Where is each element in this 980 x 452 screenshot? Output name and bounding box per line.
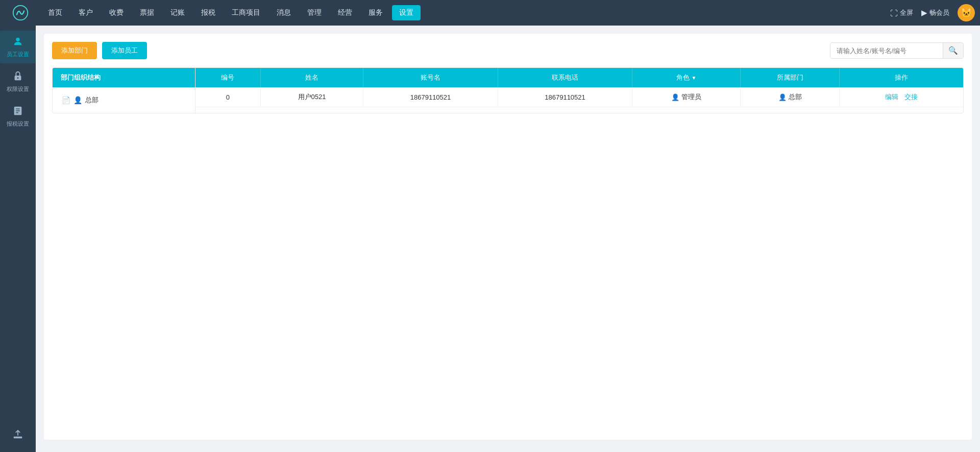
dept-item-name: 总部: [85, 96, 99, 105]
fullscreen-btn[interactable]: ⛶ 全屏: [890, 8, 913, 17]
dept-item-general[interactable]: 📄 👤 总部: [58, 92, 190, 108]
nav-item-service[interactable]: 服务: [361, 5, 390, 20]
sidebar-item-label-permission: 权限设置: [7, 85, 29, 93]
cell-name: 用户0521: [260, 87, 363, 107]
col-header-account: 账号名: [363, 68, 498, 87]
logo-icon: [11, 4, 30, 22]
sidebar: 员工设置 权限设置 报税设置: [0, 26, 36, 452]
vip-btn[interactable]: ▶ 畅会员: [921, 8, 949, 17]
search-area: 🔍: [830, 42, 964, 59]
emp-table: 编号 姓名 账号名 联系电话 角色 ▼ 所属部门 操作: [195, 68, 963, 107]
search-button[interactable]: 🔍: [943, 43, 963, 58]
nav-item-message[interactable]: 消息: [270, 5, 298, 20]
edit-button[interactable]: 编辑: [883, 92, 900, 102]
svg-rect-8: [14, 437, 22, 439]
taxsetting-icon: [12, 105, 23, 118]
logo[interactable]: [5, 4, 36, 22]
col-header-dept: 所属部门: [741, 68, 840, 87]
col-header-role: 角色 ▼: [632, 68, 741, 87]
cell-ops: 编辑 交接: [840, 87, 963, 107]
add-dept-button[interactable]: 添加部门: [52, 42, 97, 59]
sidebar-item-label-taxsetting: 报税设置: [7, 120, 29, 128]
transfer-button[interactable]: 交接: [902, 92, 920, 102]
content-card: 添加部门 添加员工 🔍 部门组织结构 📄 👤 总部: [44, 34, 972, 440]
role-label: 管理员: [681, 92, 701, 102]
sidebar-item-permission[interactable]: 权限设置: [0, 65, 36, 98]
fullscreen-label: 全屏: [900, 8, 913, 17]
avatar[interactable]: 🐱: [958, 4, 975, 21]
vip-label: 畅会员: [929, 8, 949, 17]
dept-user-icon: 👤: [74, 96, 82, 104]
cell-dept: 👤 总部: [741, 87, 840, 107]
vip-icon: ▶: [921, 8, 927, 17]
dept-label: 总部: [789, 92, 802, 102]
nav-items: 首页 客户 收费 票据 记账 报税 工商项目 消息 管理 经营 服务 设置: [41, 5, 890, 20]
nav-item-tax[interactable]: 报税: [194, 5, 223, 20]
col-header-name: 姓名: [260, 68, 363, 87]
table-row: 0 用户0521 18679110521 18679110521 👤 管理员 👤…: [195, 87, 963, 107]
sidebar-item-employee[interactable]: 员工设置: [0, 31, 36, 63]
svg-point-3: [17, 77, 19, 79]
dept-panel-header: 部门组织结构: [53, 68, 195, 87]
nav-item-manage[interactable]: 管理: [300, 5, 329, 20]
emp-panel: 编号 姓名 账号名 联系电话 角色 ▼ 所属部门 操作: [195, 68, 963, 113]
avatar-icon: 🐱: [961, 7, 972, 18]
employee-icon: [12, 36, 23, 49]
dept-icon: 👤: [778, 93, 787, 101]
cell-role: 👤 管理员: [632, 87, 741, 107]
table-header-row: 编号 姓名 账号名 联系电话 角色 ▼ 所属部门 操作: [195, 68, 963, 87]
sidebar-item-label-employee: 员工设置: [7, 51, 29, 58]
nav-item-operation[interactable]: 经营: [331, 5, 359, 20]
nav-item-ticket[interactable]: 票据: [133, 5, 161, 20]
two-col-layout: 部门组织结构 📄 👤 总部 编号 姓名 账号名: [52, 67, 964, 113]
search-icon: 🔍: [948, 46, 958, 55]
nav-item-fee[interactable]: 收费: [102, 5, 131, 20]
filter-icon: ▼: [692, 75, 697, 81]
cell-phone: 18679110521: [498, 87, 632, 107]
top-nav: 首页 客户 收费 票据 记账 报税 工商项目 消息 管理 经营 服务 设置 ⛶ …: [0, 0, 980, 26]
nav-item-client[interactable]: 客户: [71, 5, 100, 20]
search-input[interactable]: [830, 43, 943, 58]
nav-item-settings[interactable]: 设置: [392, 5, 421, 20]
col-header-phone: 联系电话: [498, 68, 632, 87]
cell-account: 18679110521: [363, 87, 498, 107]
nav-item-account[interactable]: 记账: [163, 5, 192, 20]
sidebar-item-taxtax[interactable]: 报税设置: [0, 100, 36, 133]
permission-icon: [12, 70, 23, 83]
toolbar: 添加部门 添加员工 🔍: [52, 42, 964, 59]
col-header-ops: 操作: [840, 68, 963, 87]
main-content: 添加部门 添加员工 🔍 部门组织结构 📄 👤 总部: [36, 26, 980, 452]
cell-id: 0: [195, 87, 260, 107]
upload-icon: [12, 429, 23, 442]
add-emp-button[interactable]: 添加员工: [102, 42, 147, 59]
dept-tree: 📄 👤 总部: [53, 87, 195, 113]
role-icon: 👤: [671, 93, 679, 101]
nav-item-home[interactable]: 首页: [41, 5, 69, 20]
dept-panel: 部门组织结构 📄 👤 总部: [53, 68, 195, 113]
fullscreen-icon: ⛶: [890, 9, 898, 17]
col-header-id: 编号: [195, 68, 260, 87]
file-icon: 📄: [62, 96, 70, 104]
sidebar-item-upload[interactable]: [0, 424, 36, 447]
nav-item-business[interactable]: 工商项目: [225, 5, 267, 20]
nav-right: ⛶ 全屏 ▶ 畅会员 🐱: [890, 4, 975, 21]
svg-point-1: [16, 38, 19, 41]
